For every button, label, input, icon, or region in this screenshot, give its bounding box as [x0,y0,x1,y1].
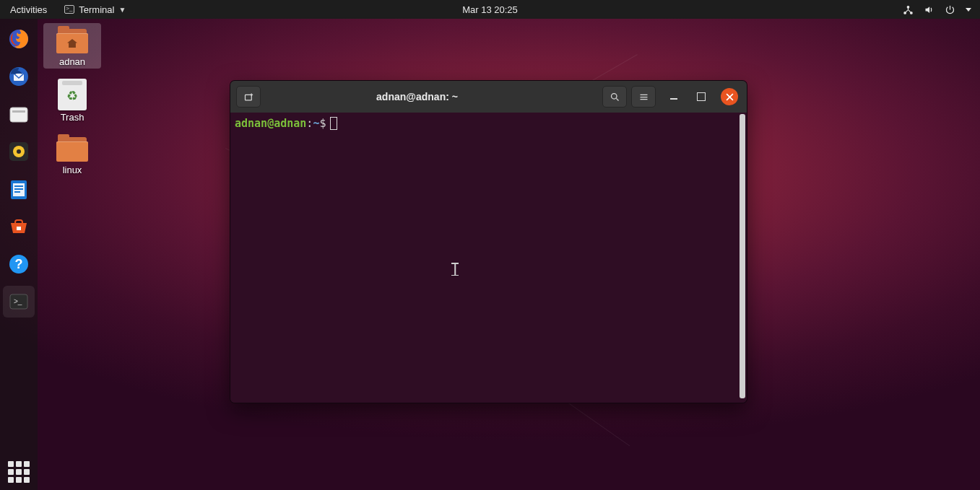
power-icon[interactable] [945,4,955,15]
svg-rect-7 [12,110,25,113]
dock: ? >_ [0,19,38,490]
window-minimize-button[interactable] [666,89,682,105]
activities-label: Activities [10,4,47,15]
window-maximize-button[interactable] [693,89,709,105]
prompt-user: adnan [235,117,267,130]
app-menu-label: Terminal [79,4,114,15]
svg-rect-15 [14,188,23,190]
folder-home-icon [55,26,90,55]
system-tray [903,4,980,15]
desktop-icon-label: linux [63,165,82,175]
prompt-colon: : [306,117,313,130]
activities-button[interactable]: Activities [0,0,57,19]
window-title: adnan@adnan: ~ [265,91,598,102]
dock-app-rhythmbox[interactable] [3,136,35,167]
svg-rect-18 [17,227,21,230]
window-titlebar[interactable]: adnan@adnan: ~ [230,81,747,113]
desktop-icon-label: Trash [61,112,84,123]
show-applications-button[interactable] [8,461,30,483]
svg-rect-14 [14,185,23,187]
prompt-symbol: $ [319,117,326,130]
terminal-body[interactable]: adnan@adnan:~$ [230,113,747,403]
search-button[interactable] [602,86,627,108]
desktop-icons: adnan ♻ Trash linux [43,23,101,177]
hamburger-menu-button[interactable] [631,86,656,108]
desktop-icon-label: adnan [59,56,85,67]
dock-app-libreoffice-writer[interactable] [3,173,35,205]
new-tab-button[interactable] [236,86,261,108]
dock-app-firefox[interactable] [3,23,35,55]
prompt-host: adnan [274,117,306,130]
terminal-cursor [330,117,337,130]
dock-app-thunderbird[interactable] [3,61,35,92]
app-menu[interactable]: Terminal ▼ [57,0,133,19]
desktop-icon-folder[interactable]: linux [43,131,101,177]
dock-app-ubuntu-software[interactable] [3,211,35,242]
svg-point-24 [611,93,617,99]
desktop-icon-home[interactable]: adnan [43,23,101,69]
prompt-at: @ [267,117,274,130]
svg-rect-17 [15,220,22,224]
top-bar: Activities Terminal ▼ Mar 13 20:25 [0,0,980,19]
svg-point-1 [911,12,913,14]
folder-icon [55,134,90,163]
prompt-path: ~ [313,117,319,130]
svg-rect-23 [245,95,251,100]
chevron-down-icon[interactable] [966,8,971,12]
svg-text:?: ? [15,257,23,271]
clock[interactable]: Mar 13 20:25 [462,4,518,15]
svg-point-11 [17,149,21,154]
text-cursor-ibeam-icon [451,263,459,276]
dock-app-files[interactable] [3,98,35,130]
svg-point-0 [904,12,906,14]
window-close-button[interactable] [721,88,738,105]
terminal-icon [64,5,74,14]
svg-rect-16 [14,191,20,193]
chevron-down-icon: ▼ [118,6,126,14]
dock-app-help[interactable]: ? [3,248,35,280]
terminal-window: adnan@adnan: ~ adnan@adnan:~$ [230,80,747,403]
terminal-scrollbar[interactable] [740,114,745,398]
svg-rect-6 [10,108,27,122]
dock-app-terminal[interactable]: >_ [3,286,35,318]
network-icon[interactable] [903,4,914,15]
svg-text:>_: >_ [14,297,22,305]
desktop-icon-trash[interactable]: ♻ Trash [43,76,101,124]
volume-icon[interactable] [924,4,935,15]
terminal-prompt-line: adnan@adnan:~$ [230,113,747,130]
trash-icon: ♻ [58,79,87,110]
svg-point-2 [907,6,909,8]
datetime-label: Mar 13 20:25 [462,4,518,15]
